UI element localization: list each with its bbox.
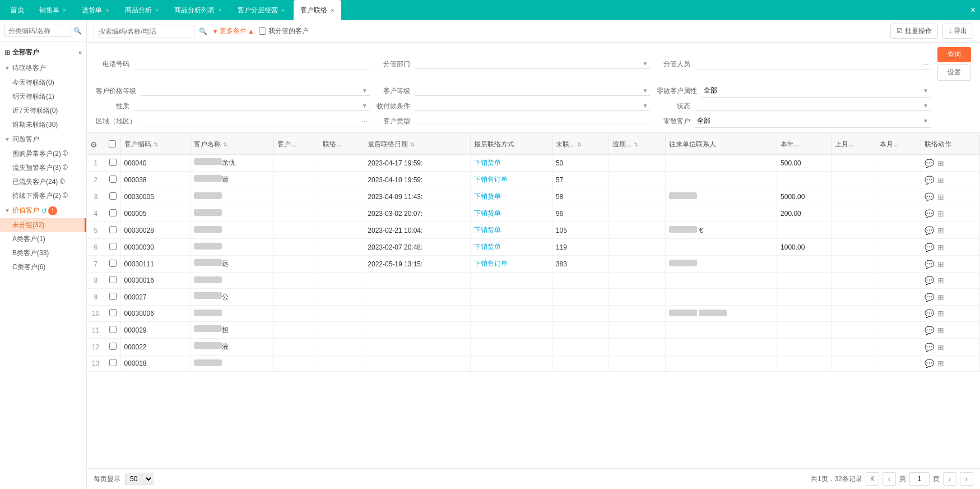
grid-action-icon[interactable]: ⊞ <box>937 226 944 235</box>
sidebar-item-today[interactable]: 今天待联络(0) <box>0 76 86 90</box>
export-button[interactable]: ↓ 导出 <box>942 24 973 39</box>
chat-icon[interactable]: 💬 <box>925 343 934 352</box>
row-select-checkbox[interactable] <box>109 159 117 166</box>
sidebar-search-input[interactable] <box>4 25 71 37</box>
sidebar-item-7days[interactable]: 近7天待联络(0) <box>0 104 86 118</box>
row-select-checkbox[interactable] <box>109 209 117 216</box>
phone-input[interactable] <box>134 58 370 70</box>
row-select-checkbox[interactable] <box>109 243 117 250</box>
grid-action-icon[interactable]: ⊞ <box>937 276 944 285</box>
main-search-button[interactable]: 🔍 <box>199 27 207 35</box>
close-icon[interactable]: × <box>155 7 159 13</box>
close-icon[interactable]: × <box>63 7 66 13</box>
chat-icon[interactable]: 💬 <box>925 243 934 252</box>
sort-icon[interactable]: ⇅ <box>154 141 158 147</box>
row-select-checkbox[interactable] <box>109 326 117 333</box>
sidebar-item-hoard-anomaly[interactable]: 囤购异常客户(2) © <box>0 147 86 161</box>
last-method-link[interactable]: 下销货单 <box>474 243 501 251</box>
chat-icon[interactable]: 💬 <box>925 209 934 218</box>
sort-icon[interactable]: ⇅ <box>577 141 582 147</box>
last-method-link[interactable]: 下销售订单 <box>474 176 508 183</box>
sidebar-item-class-b[interactable]: B类客户(33) <box>0 246 86 260</box>
grid-action-icon[interactable]: ⊞ <box>937 176 944 184</box>
nature-select[interactable]: ▼ <box>134 101 370 111</box>
row-select-checkbox[interactable] <box>109 226 117 233</box>
last-method-link[interactable]: 下销货单 <box>474 209 501 217</box>
row-select-checkbox[interactable] <box>109 309 117 316</box>
grid-action-icon[interactable]: ⊞ <box>937 343 944 352</box>
nav-tab-sales[interactable]: 销售单 × <box>32 0 73 20</box>
sidebar-item-class-c[interactable]: C类客户(6) <box>0 260 86 274</box>
row-select-checkbox[interactable] <box>109 293 117 300</box>
batch-ops-button[interactable]: ☑ 批量操作 <box>890 24 937 39</box>
nav-tab-analysis-list[interactable]: 商品分析列表 × <box>168 0 228 20</box>
search-icon[interactable]: 🔍 <box>73 27 82 35</box>
last-method-link[interactable]: 下销货单 <box>474 192 501 200</box>
sidebar-section-value[interactable]: ▼ 价值客户 ↺ ! <box>0 203 86 218</box>
status-select[interactable]: ▼ <box>695 101 931 111</box>
region-select[interactable]: ··· <box>141 116 370 127</box>
last-page-button[interactable]: › <box>960 472 973 486</box>
sidebar-item-class-a[interactable]: A类客户(1) <box>0 232 86 246</box>
row-select-checkbox[interactable] <box>109 192 117 200</box>
grid-action-icon[interactable]: ⊞ <box>937 293 944 302</box>
prev-page-button[interactable]: ‹ <box>883 472 896 486</box>
sidebar-item-overdue[interactable]: 逾期未联络(30) <box>0 118 86 132</box>
chat-icon[interactable]: 💬 <box>925 192 934 201</box>
select-all-checkbox[interactable] <box>109 140 116 147</box>
more-conditions-button[interactable]: ▼ 更多条件 ▲ <box>212 26 254 36</box>
last-method-link[interactable]: 下销售订单 <box>474 260 508 267</box>
sidebar-item-churn-warning[interactable]: 流失预警客户(3) © <box>0 161 86 175</box>
main-search-input[interactable] <box>94 25 194 38</box>
chat-icon[interactable]: 💬 <box>925 293 934 302</box>
more-icon[interactable]: ··· <box>923 60 928 68</box>
nav-tab-analysis[interactable]: 商品分析 × <box>118 0 165 20</box>
page-number-input[interactable] <box>909 472 930 486</box>
chat-icon[interactable]: 💬 <box>925 260 934 269</box>
close-icon[interactable]: × <box>281 7 285 13</box>
chat-icon[interactable]: 💬 <box>925 176 934 184</box>
sidebar-item-declining[interactable]: 持续下滑客户(2) © <box>0 189 86 203</box>
chat-icon[interactable]: 💬 <box>925 226 934 235</box>
row-select-checkbox[interactable] <box>109 359 117 366</box>
last-method-link[interactable]: 下销货单 <box>474 159 501 167</box>
chat-icon[interactable]: 💬 <box>925 276 934 285</box>
grid-action-icon[interactable]: ⊞ <box>937 209 944 218</box>
collapse-icon[interactable]: « <box>78 49 82 56</box>
next-page-button[interactable]: › <box>943 472 956 486</box>
more-icon[interactable]: ··· <box>362 117 368 125</box>
retail-customer-select[interactable]: 全部 ▼ <box>695 114 931 128</box>
payment-select[interactable]: ▼ <box>415 101 651 111</box>
row-select-checkbox[interactable] <box>109 276 117 283</box>
grid-action-icon[interactable]: ⊞ <box>937 309 944 318</box>
manager-select[interactable]: ··· <box>695 58 931 70</box>
customer-type-select[interactable] <box>415 119 651 123</box>
nav-tab-customer-contact[interactable]: 客户联络 × <box>294 0 341 20</box>
row-select-checkbox[interactable] <box>109 176 117 183</box>
customer-tier-select[interactable]: ▼ <box>415 86 651 96</box>
sort-icon[interactable]: ⇅ <box>410 141 415 147</box>
query-button[interactable]: 查询 <box>937 47 971 62</box>
sidebar-item-tomorrow[interactable]: 明天待联络(1) <box>0 90 86 104</box>
nav-home[interactable]: 首页 <box>4 5 30 15</box>
nav-tab-customer-tier[interactable]: 客户分层经营 × <box>231 0 291 20</box>
reset-button[interactable]: 设置 <box>937 64 971 81</box>
price-tier-select[interactable]: ▼ <box>141 86 370 96</box>
sort-icon[interactable]: ⇅ <box>634 141 638 147</box>
chat-icon[interactable]: 💬 <box>925 359 934 368</box>
sidebar-root-all-customers[interactable]: ⊞ 全部客户 « <box>0 44 86 61</box>
grid-action-icon[interactable]: ⊞ <box>937 159 944 168</box>
grid-action-icon[interactable]: ⊞ <box>937 359 944 368</box>
sort-icon[interactable]: ⇅ <box>223 141 227 147</box>
grid-action-icon[interactable]: ⊞ <box>937 260 944 269</box>
first-page-button[interactable]: K <box>866 472 879 486</box>
settings-icon[interactable]: ⚙ <box>90 140 97 149</box>
sidebar-section-problem[interactable]: ▼ 问题客户 <box>0 132 86 147</box>
close-icon[interactable]: × <box>331 7 334 13</box>
retail-attr-select[interactable]: 全部 ▼ <box>702 84 931 98</box>
grid-action-icon[interactable]: ⊞ <box>937 243 944 252</box>
sidebar-item-ungroup[interactable]: 未分组(32) <box>0 218 86 232</box>
chat-icon[interactable]: 💬 <box>925 309 934 318</box>
nav-tab-purchase[interactable]: 进货单 × <box>75 0 115 20</box>
refresh-icon[interactable]: ↺ <box>41 207 47 215</box>
